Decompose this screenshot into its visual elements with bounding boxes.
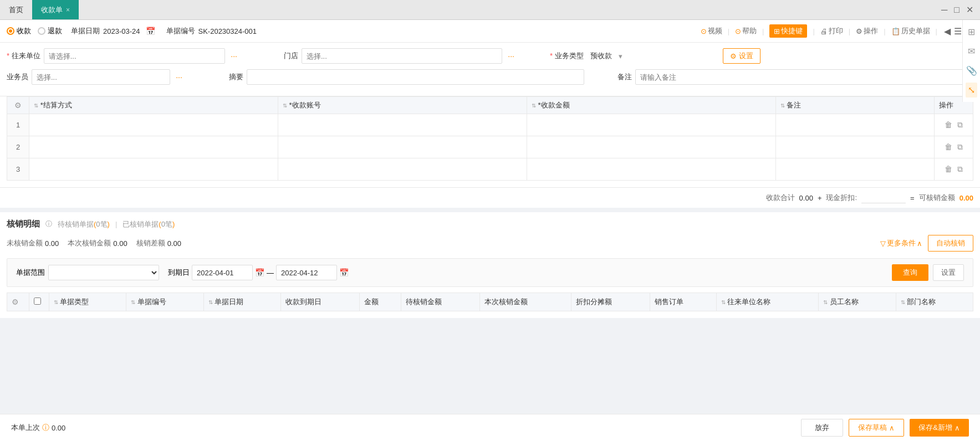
history-link[interactable]: 📋 历史单据: [891, 26, 930, 36]
window-min-btn[interactable]: ─: [939, 3, 950, 16]
store-more-btn[interactable]: ···: [506, 52, 517, 60]
help-link[interactable]: ⊙ 帮助: [735, 26, 757, 36]
remark-input[interactable]: [635, 69, 973, 85]
row-1-delete-icon[interactable]: 🗑: [945, 120, 952, 129]
row-3-amount[interactable]: [527, 158, 775, 181]
chevron-up-icon: ∧: [917, 239, 922, 248]
filter-icon: ▽: [880, 239, 886, 248]
sidebar-clip-icon[interactable]: 📎: [964, 63, 979, 78]
abandon-btn[interactable]: 放弃: [801, 419, 843, 437]
sidebar-expand-icon[interactable]: ⤡: [966, 83, 977, 98]
table-row: 2 🗑 ⧉: [7, 136, 973, 158]
sidebar-table-icon[interactable]: ⊞: [966, 24, 977, 39]
counterparty-more-btn[interactable]: ···: [228, 52, 239, 60]
print-link[interactable]: 🖨 打印: [820, 26, 843, 36]
save-draft-btn[interactable]: 保存草稿 ∧: [849, 419, 904, 437]
filter-setting-btn[interactable]: 设置: [933, 264, 964, 281]
date-to-input[interactable]: [276, 265, 337, 280]
radio-refund[interactable]: 退款: [38, 26, 62, 36]
verification-stats: 未核销金额 0.00 本次核销金额 0.00 核销差额 0.00 ▽ 更多条件 …: [7, 235, 973, 252]
row-2-actions: 🗑 ⧉: [935, 136, 973, 158]
range-select[interactable]: [48, 265, 159, 280]
query-btn[interactable]: 查询: [892, 264, 928, 281]
store-input[interactable]: [302, 48, 502, 64]
bill-hint-value: 0.00: [52, 424, 65, 432]
store-label: 门店: [284, 51, 298, 61]
tab-receipt-label: 收款单: [41, 5, 63, 15]
receipt-table-container: ⚙ ⇅ *结算方式 ⇅ *收款账号 ⇅ *收款金额 ⇅ 备注: [0, 96, 980, 187]
row-3-copy-icon[interactable]: ⧉: [957, 165, 963, 173]
table-row: 1 🗑 ⧉: [7, 114, 973, 136]
operation-link[interactable]: ⚙ 操作: [856, 26, 878, 36]
bill-date-calendar-btn[interactable]: 📅: [144, 25, 157, 37]
btcol-gear[interactable]: ⚙: [7, 293, 29, 311]
unverified-amount: 未核销金额 0.00: [7, 238, 59, 248]
table-gear-icon[interactable]: ⚙: [14, 101, 22, 110]
auto-verify-btn[interactable]: 自动核销: [928, 235, 973, 252]
row-2-copy-icon[interactable]: ⧉: [957, 142, 963, 151]
this-verify-label: 本次核销金额: [68, 238, 111, 248]
hint-info-icon[interactable]: ⓘ: [42, 423, 49, 433]
row-2-account[interactable]: [278, 136, 527, 158]
row-1-remark[interactable]: [775, 114, 934, 136]
row-3-remark[interactable]: [775, 158, 934, 181]
bill-no-field: 单据编号 SK-20230324-001: [166, 26, 257, 36]
form-setting-btn[interactable]: ⚙ 设置: [723, 48, 760, 64]
shortcut-link[interactable]: ⊞ 快捷键: [769, 24, 807, 38]
bt-select-all[interactable]: [34, 298, 41, 305]
save-new-label: 保存&新增: [918, 423, 952, 433]
layout-prev-btn[interactable]: ◀: [943, 25, 952, 38]
row-3-settlement[interactable]: [29, 158, 278, 181]
salesperson-more-btn[interactable]: ···: [173, 73, 185, 81]
discount-input[interactable]: [861, 192, 906, 203]
cal-from-icon[interactable]: 📅: [255, 268, 264, 277]
save-new-btn[interactable]: 保存&新增 ∧: [910, 419, 969, 437]
verification-title: 核销明细: [7, 219, 40, 229]
bill-date-value[interactable]: 2023-03-24: [103, 27, 140, 35]
save-draft-label: 保存草稿: [858, 423, 887, 433]
pending-tab[interactable]: 待核销单据(0笔): [58, 219, 110, 229]
bt-gear-icon[interactable]: ⚙: [12, 298, 19, 306]
col-gear-header[interactable]: ⚙: [7, 97, 29, 114]
due-date-filter: 到期日 📅 — 📅: [168, 265, 349, 280]
layout-list-btn[interactable]: ☰: [953, 25, 963, 38]
row-2-remark[interactable]: [775, 136, 934, 158]
row-3-delete-icon[interactable]: 🗑: [945, 165, 952, 173]
cal-to-icon[interactable]: 📅: [339, 268, 349, 277]
save-new-arrow[interactable]: ∧: [955, 424, 960, 432]
due-date-label: 到期日: [168, 268, 190, 278]
btcol-bill-type: ⇅ 单据类型: [49, 293, 126, 311]
video-link[interactable]: ⊙ 视频: [701, 26, 722, 36]
tab-receipt[interactable]: 收款单 ×: [32, 0, 79, 19]
bill-no-value[interactable]: SK-20230324-001: [198, 27, 257, 35]
row-3-account[interactable]: [278, 158, 527, 181]
row-1-settlement[interactable]: [29, 114, 278, 136]
unverified-amount-value: 0.00: [45, 239, 59, 248]
salesperson-input[interactable]: [32, 69, 170, 85]
memo-input[interactable]: [247, 69, 585, 85]
save-draft-arrow[interactable]: ∧: [889, 424, 895, 432]
verification-info-icon[interactable]: ⓘ: [45, 219, 52, 229]
tab-receipt-close[interactable]: ×: [66, 6, 70, 14]
row-2-delete-icon[interactable]: 🗑: [945, 142, 952, 151]
btcol-check[interactable]: [29, 293, 49, 311]
more-conditions-link[interactable]: ▽ 更多条件 ∧: [880, 238, 922, 248]
row-2-settlement[interactable]: [29, 136, 278, 158]
bill-no-label: 单据编号: [166, 26, 195, 36]
row-1-account[interactable]: [278, 114, 527, 136]
window-close-btn[interactable]: ✕: [964, 3, 976, 16]
tab-home[interactable]: 首页: [0, 0, 32, 19]
form-area: 往来单位 ··· 门店 ··· 业务类型 预收款 ▾ ⚙ 设置 业务员: [0, 43, 980, 96]
verified-tab[interactable]: 已核销单据(0笔): [122, 219, 175, 229]
row-1-amount[interactable]: [527, 114, 775, 136]
window-max-btn[interactable]: □: [952, 3, 962, 16]
remark-field: 备注: [617, 69, 973, 85]
row-2-amount[interactable]: [527, 136, 775, 158]
sidebar-mail-icon[interactable]: ✉: [966, 44, 977, 59]
this-verify-amount: 本次核销金额 0.00: [68, 238, 127, 248]
radio-receipt[interactable]: 收款: [7, 26, 31, 36]
business-type-dropdown[interactable]: ▾: [619, 52, 622, 60]
counterparty-input[interactable]: [44, 48, 226, 64]
row-1-copy-icon[interactable]: ⧉: [957, 120, 963, 129]
date-from-input[interactable]: [192, 265, 253, 280]
